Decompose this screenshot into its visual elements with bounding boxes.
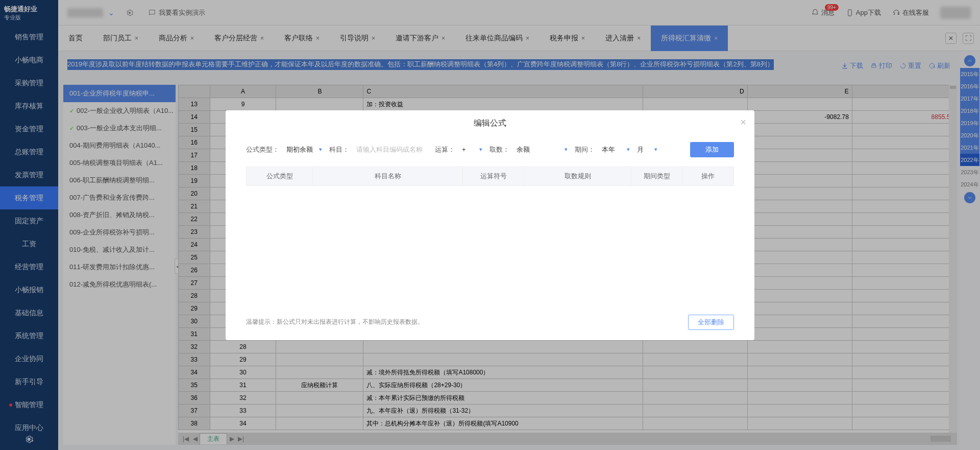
modal-form: 公式类型： 期初余额▾ 科目： 运算： +▾ 取数： 余额▾ 期间： 本年▾ 月… [226, 137, 754, 162]
modal-title-bar: 编辑公式 × [226, 110, 754, 137]
chevron-down-icon: ▾ [479, 146, 482, 153]
chevron-down-icon: ▾ [319, 146, 322, 153]
period-year-select[interactable]: 本年▾ [602, 145, 630, 154]
col-period-type: 期间类型 [631, 167, 682, 185]
modal-footer: 温馨提示：新公式只对未出报表进行计算，不影响历史报表数据。 全部删除 [226, 307, 754, 340]
op-label: 运算： [435, 145, 455, 154]
chevron-down-icon: ▾ [627, 146, 630, 153]
period-label: 期间： [575, 145, 595, 154]
formula-type-label: 公式类型： [246, 145, 279, 154]
chevron-down-icon: ▾ [654, 146, 657, 153]
modal-hint: 温馨提示：新公式只对未出报表进行计算，不影响历史报表数据。 [246, 318, 424, 326]
formula-type-select[interactable]: 期初余额▾ [286, 145, 322, 154]
delete-all-button[interactable]: 全部删除 [688, 315, 734, 330]
period-month-select[interactable]: 月▾ [637, 145, 657, 154]
col-fetch-rule: 取数规则 [524, 167, 631, 185]
subject-label: 科目： [329, 145, 349, 154]
op-select[interactable]: +▾ [462, 146, 482, 153]
edit-formula-modal: 编辑公式 × 公式类型： 期初余额▾ 科目： 运算： +▾ 取数： 余额▾ 期间… [226, 110, 754, 340]
col-subject-name: 科目名称 [313, 167, 463, 185]
subject-input[interactable] [356, 146, 428, 154]
col-action: 操作 [682, 167, 733, 185]
col-formula-type: 公式类型 [247, 167, 313, 185]
chevron-down-icon: ▾ [565, 146, 568, 153]
fetch-label: 取数： [489, 145, 509, 154]
modal-close-icon[interactable]: × [740, 116, 746, 128]
add-button[interactable]: 添加 [690, 142, 734, 157]
modal-table: 公式类型 科目名称 运算符号 取数规则 期间类型 操作 [246, 167, 734, 186]
col-op: 运算符号 [463, 167, 524, 185]
modal-table-header: 公式类型 科目名称 运算符号 取数规则 期间类型 操作 [247, 167, 733, 185]
modal-title: 编辑公式 [474, 118, 506, 129]
fetch-select[interactable]: 余额▾ [517, 145, 568, 154]
